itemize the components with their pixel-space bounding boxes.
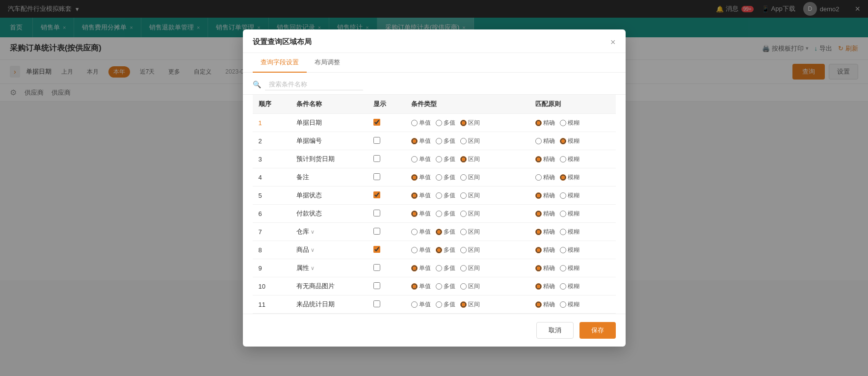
match-radio-精确[interactable]: 精确 <box>535 137 555 145</box>
type-radio-区间[interactable]: 区间 <box>460 210 480 218</box>
type-radio-单值[interactable]: 单值 <box>411 155 431 163</box>
modal-table: 顺序 条件名称 显示 条件类型 匹配原则 1单据日期单值多值区间精确模糊2单据编… <box>253 95 616 280</box>
row-show-checkbox-cell[interactable] <box>368 277 405 281</box>
type-radio-区间[interactable]: 区间 <box>460 191 480 200</box>
row-match-cell: 精确模糊 <box>529 241 616 259</box>
match-radio-模糊[interactable]: 模糊 <box>560 173 579 182</box>
row-show-checkbox-cell[interactable] <box>368 259 405 277</box>
table-row: 3预计到货日期单值多值区间精确模糊 <box>253 150 616 168</box>
match-radio-精确[interactable]: 精确 <box>535 155 555 163</box>
match-radio-精确[interactable]: 精确 <box>535 246 555 254</box>
modal-close-button[interactable]: × <box>610 38 616 47</box>
match-radio-模糊[interactable]: 模糊 <box>560 228 579 236</box>
match-radio-模糊[interactable]: 模糊 <box>560 137 579 145</box>
row-condition-name: 付款状态 <box>290 205 368 223</box>
type-radio-group: 单值多值区间 <box>411 119 524 127</box>
type-radio-区间[interactable]: 区间 <box>460 137 480 145</box>
row-order: 2 <box>253 132 290 150</box>
row-order: 7 <box>253 223 290 241</box>
row-show-checkbox-cell[interactable] <box>368 187 405 205</box>
match-radio-模糊[interactable]: 模糊 <box>560 246 579 254</box>
type-radio-单值[interactable]: 单值 <box>411 191 431 200</box>
th-show: 显示 <box>368 95 405 114</box>
row-order: 6 <box>253 205 290 223</box>
type-radio-单值[interactable]: 单值 <box>411 173 431 182</box>
type-radio-多值[interactable]: 多值 <box>436 137 455 145</box>
type-radio-区间[interactable]: 区间 <box>460 155 480 163</box>
type-radio-group: 单值多值区间 <box>411 264 524 272</box>
modal-overlay: 设置查询区域布局 × 查询字段设置 布局调整 🔍 顺序 条件名称 <box>0 0 868 280</box>
match-radio-精确[interactable]: 精确 <box>535 119 555 127</box>
row-order: 5 <box>253 187 290 205</box>
row-condition-name: 预计到货日期 <box>290 150 368 168</box>
show-checkbox[interactable] <box>373 119 380 126</box>
modal-header: 设置查询区域布局 × <box>243 29 626 53</box>
match-radio-精确[interactable]: 精确 <box>535 228 555 236</box>
type-radio-单值[interactable]: 单值 <box>411 228 431 236</box>
row-type-cell: 单值多值区间 <box>405 205 529 223</box>
table-row: 5单据状态单值多值区间精确模糊 <box>253 187 616 205</box>
show-checkbox[interactable] <box>373 173 380 180</box>
show-checkbox[interactable] <box>373 228 380 235</box>
match-radio-模糊[interactable]: 模糊 <box>560 155 579 163</box>
match-radio-精确[interactable]: 精确 <box>535 210 555 218</box>
row-show-checkbox-cell[interactable] <box>368 132 405 150</box>
type-radio-多值[interactable]: 多值 <box>436 155 455 163</box>
match-radio-group: 精确模糊 <box>535 228 610 236</box>
search-input[interactable] <box>265 79 363 90</box>
type-radio-多值[interactable]: 多值 <box>436 210 455 218</box>
type-radio-单值[interactable]: 单值 <box>411 210 431 218</box>
type-radio-group: 单值多值区间 <box>411 191 524 200</box>
modal-tab-layout[interactable]: 布局调整 <box>307 53 348 73</box>
type-radio-区间[interactable]: 区间 <box>460 228 480 236</box>
show-checkbox[interactable] <box>373 264 380 271</box>
type-radio-单值[interactable]: 单值 <box>411 137 431 145</box>
table-row: 7仓库 ∨单值多值区间精确模糊 <box>253 223 616 241</box>
match-radio-group: 精确模糊 <box>535 173 610 182</box>
type-radio-单值[interactable]: 单值 <box>411 264 431 272</box>
row-show-checkbox-cell[interactable] <box>368 223 405 241</box>
row-show-checkbox-cell[interactable] <box>368 150 405 168</box>
type-radio-多值[interactable]: 多值 <box>436 264 455 272</box>
match-radio-模糊[interactable]: 模糊 <box>560 264 579 272</box>
type-radio-区间[interactable]: 区间 <box>460 119 480 127</box>
show-checkbox[interactable] <box>373 191 380 198</box>
type-radio-多值[interactable]: 多值 <box>436 228 455 236</box>
show-checkbox[interactable] <box>373 137 380 144</box>
match-radio-精确[interactable]: 精确 <box>535 173 555 182</box>
row-type-cell: 单值多值区间 <box>405 259 529 277</box>
type-radio-多值[interactable]: 多值 <box>436 246 455 254</box>
match-radio-模糊[interactable]: 模糊 <box>560 210 579 218</box>
type-radio-单值[interactable]: 单值 <box>411 119 431 127</box>
order-number: 1 <box>259 119 262 127</box>
table-row: 2单据编号单值多值区间精确模糊 <box>253 132 616 150</box>
type-radio-区间[interactable]: 区间 <box>460 173 480 182</box>
show-checkbox[interactable] <box>373 210 380 216</box>
table-row: 6付款状态单值多值区间精确模糊 <box>253 205 616 223</box>
type-radio-多值[interactable]: 多值 <box>436 191 455 200</box>
match-radio-模糊[interactable]: 模糊 <box>560 119 579 127</box>
modal-tab-field-settings[interactable]: 查询字段设置 <box>253 53 307 73</box>
row-match-cell: 精确模糊 <box>529 259 616 277</box>
type-radio-多值[interactable]: 多值 <box>436 173 455 182</box>
row-show-checkbox-cell[interactable] <box>368 168 405 187</box>
row-show-checkbox-cell[interactable] <box>368 241 405 259</box>
th-type: 条件类型 <box>405 95 529 114</box>
match-radio-group: 精确模糊 <box>535 264 610 272</box>
type-radio-单值[interactable]: 单值 <box>411 246 431 254</box>
th-match: 匹配原则 <box>529 95 616 114</box>
type-radio-多值[interactable]: 多值 <box>436 119 455 127</box>
row-show-checkbox-cell[interactable] <box>368 114 405 132</box>
show-checkbox[interactable] <box>373 155 380 162</box>
match-radio-模糊[interactable]: 模糊 <box>560 191 579 200</box>
type-radio-区间[interactable]: 区间 <box>460 246 480 254</box>
row-match-cell: 精确模糊 <box>529 223 616 241</box>
match-radio-精确[interactable]: 精确 <box>535 191 555 200</box>
th-order: 顺序 <box>253 95 290 114</box>
match-radio-group: 精确模糊 <box>535 246 610 254</box>
match-radio-精确[interactable]: 精确 <box>535 264 555 272</box>
row-show-checkbox-cell[interactable] <box>368 205 405 223</box>
show-checkbox[interactable] <box>373 246 380 253</box>
row-condition-name: 仓库 ∨ <box>290 223 368 241</box>
type-radio-区间[interactable]: 区间 <box>460 264 480 272</box>
